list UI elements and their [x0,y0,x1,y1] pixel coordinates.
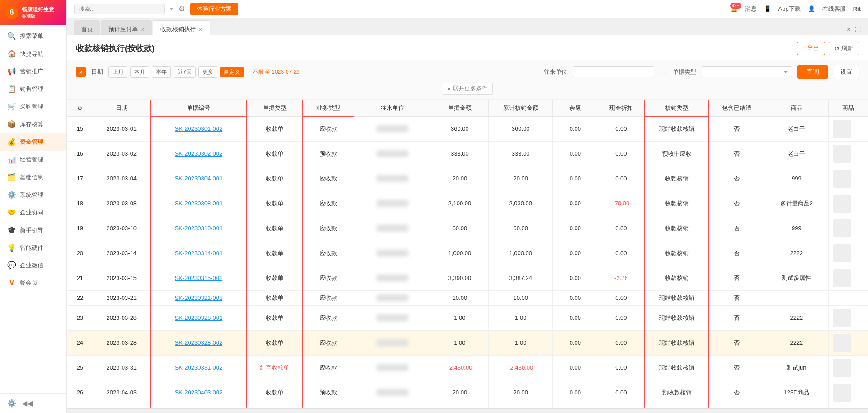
th-bill-type: 单据类型 [247,100,302,116]
filter-more-btn[interactable]: 更多 [198,66,217,78]
order-link[interactable]: SK-20230328-001 [175,314,223,321]
online-service-label[interactable]: 在线客服 [822,5,846,13]
filter-custom-btn[interactable]: 自定义 [220,67,244,77]
td-biz-type: 应收款 [302,266,354,290]
tab-cancel-exec-close-icon[interactable]: ✕ [198,27,203,33]
order-link[interactable]: SK-20230310-001 [175,225,223,232]
td-order-no: SK-20230321-003 [151,290,247,305]
td-goods2 [829,305,868,330]
table-row: 20 2023-03-14 SK-20230314-001 收款单 应收款 XX… [67,241,868,266]
tab-prepay[interactable]: 预计应付单 ✕ [101,20,152,35]
filter-partner-input[interactable] [573,66,654,77]
td-bill-type: 收款单 [247,166,302,191]
sidebar-item-guide[interactable]: 🎓 新手引导 [0,221,66,239]
sidebar-item-system[interactable]: ⚙️ 系统管理 [0,186,66,204]
th-date: 日期 [93,100,151,116]
filter-this-month-btn[interactable]: 本月 [130,66,149,78]
order-link[interactable]: SK-20230314-001 [175,250,223,256]
system-icon: ⚙️ [7,190,16,199]
td-include: 否 [709,266,764,290]
order-link[interactable]: SK-20230331-002 [175,364,223,371]
operations-icon: 📊 [7,155,16,164]
sidebar-item-marketing[interactable]: 📢 营销推广 [0,62,66,80]
td-date: 2023-03-10 [93,216,151,241]
filter-bill-type-select[interactable] [702,66,792,77]
sidebar-item-label: 销售管理 [20,85,43,93]
filter-last-month-btn[interactable]: 上月 [108,66,127,78]
td-balance: 0.00 [553,405,598,408]
tab-prepay-close-icon[interactable]: ✕ [141,27,145,33]
order-link[interactable]: SK-20230315-002 [175,275,223,281]
tab-close-all-icon[interactable]: ✕ [846,26,851,33]
partner-name: XXXXXXXX [377,389,408,396]
td-include: 否 [709,141,764,166]
tab-home-label: 首页 [81,25,93,33]
filter-7days-btn[interactable]: 近7天 [174,66,196,78]
order-link[interactable]: SK-20230403-002 [175,389,223,396]
filter-date-options: 上月 本月 本年 近7天 更多 自定义 [108,66,244,78]
td-no: 24 [67,330,93,355]
table-row: 15 2023-03-01 SK-20230301-002 收款单 应收款 XX… [67,116,868,141]
settings-bottom-icon[interactable]: ⚙️ [7,399,16,408]
sidebar-item-label: 系统管理 [20,191,43,199]
sidebar-item-member[interactable]: V 畅会员 [0,274,66,291]
td-include: 否 [709,216,764,241]
sidebar-item-wechat[interactable]: 💬 企业微信 [0,256,66,274]
table-row: 19 2023-03-10 SK-20230310-001 收款单 应收款 XX… [67,216,868,241]
sidebar-item-quicknav[interactable]: 🏠 快捷导航 [0,45,66,62]
sidebar-item-operations[interactable]: 📊 经营管理 [0,151,66,168]
td-cum-cancel: 1.00 [489,305,553,330]
sidebar-item-hardware[interactable]: 💡 智能硬件 [0,239,66,256]
expand-filter-button[interactable]: ▾ 展开更多条件 [443,83,493,95]
td-cash-disc: -70.00 [598,191,645,216]
td-amount: 100.00 [431,405,489,408]
sales-icon: 📋 [7,85,16,93]
sidebar-item-finance[interactable]: 💰 资金管理 [0,133,66,151]
topbar-search-input[interactable] [74,4,165,14]
sidebar-item-search[interactable]: 🔍 搜索菜单 [0,27,66,45]
td-date: 2023-03-02 [93,141,151,166]
order-link[interactable]: SK-20230308-001 [175,200,223,207]
td-include: 否 [709,405,764,408]
app-download-label[interactable]: App下载 [778,5,801,13]
order-link[interactable]: SK-20230321-003 [175,294,223,301]
filter-this-year-btn[interactable]: 本年 [152,66,171,78]
tab-expand-icon[interactable]: ⛶ [855,26,861,33]
sidebar-item-label: 营销推广 [20,67,43,76]
user-info[interactable]: Rit [853,5,861,12]
table-body: 15 2023-03-01 SK-20230301-002 收款单 应收款 XX… [67,116,868,408]
order-link[interactable]: SK-20230302-002 [175,150,223,157]
td-no: 27 [67,405,93,408]
td-goods [764,290,829,305]
sidebar-item-sales[interactable]: 📋 销售管理 [0,80,66,98]
solution-button[interactable]: 体验行业方案 [190,3,238,15]
sidebar-item-enterprise[interactable]: 🤝 企业协同 [0,204,66,221]
td-biz-type: 应收款 [302,241,354,266]
message-icon[interactable]: 🔔 99+ [731,5,738,12]
topbar-gear-icon[interactable]: ⚙ [179,5,185,13]
query-button[interactable]: 查询 [797,65,828,79]
tab-home[interactable]: 首页 [74,20,100,35]
order-link[interactable]: SK-20230304-001 [175,175,223,182]
export-button[interactable]: ↑ 导出 [797,42,826,55]
td-goods2 [829,166,868,191]
collapse-icon[interactable]: ◀◀ [22,399,33,408]
order-link[interactable]: SK-20230328-002 [175,339,223,346]
settings-button[interactable]: 设置 [834,65,859,79]
purchase-icon: 🛒 [7,102,16,111]
table-row: 26 2023-04-03 SK-20230403-002 收款单 预收款 XX… [67,380,868,405]
sidebar-item-basic[interactable]: 🗂️ 基础信息 [0,168,66,186]
partner-name: XXXXXXXX [377,339,408,346]
horizontal-scrollbar[interactable] [67,408,868,413]
refresh-button[interactable]: ↺ 刷新 [829,42,859,55]
td-order-no: SK-20230403-002 [151,380,247,405]
topbar-dropdown-icon[interactable]: ▾ [170,5,173,12]
order-link[interactable]: SK-20230301-002 [175,125,223,132]
th-partner: 往来单位 [354,100,431,116]
export-icon: ↑ [803,45,806,52]
tab-cancel-exec[interactable]: 收款核销执行 ✕ [153,20,210,35]
sidebar-item-inventory[interactable]: 📦 库存核算 [0,115,66,133]
sidebar-item-purchase[interactable]: 🛒 采购管理 [0,98,66,115]
td-no: 26 [67,380,93,405]
filter-toggle-button[interactable]: » [76,67,86,77]
